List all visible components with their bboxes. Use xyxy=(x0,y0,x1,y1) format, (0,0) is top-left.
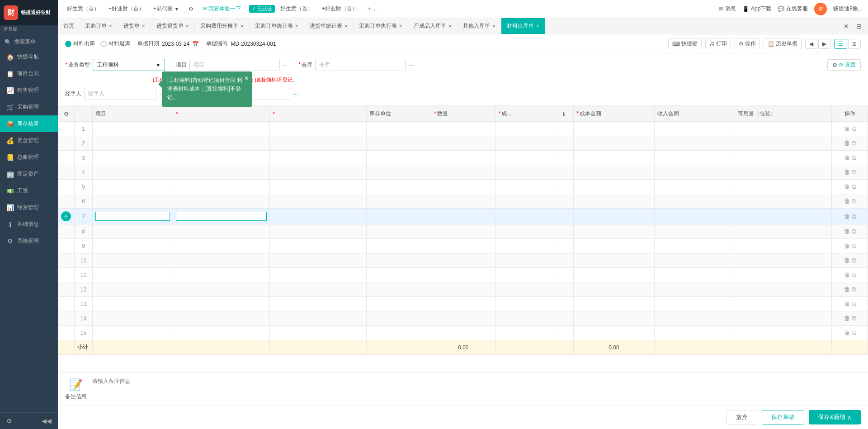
tooltip-close-btn[interactable]: ✕ xyxy=(244,74,249,83)
cell-quantity[interactable] xyxy=(431,136,495,151)
sidebar-item-inventory[interactable]: 📦 库存核算 xyxy=(0,115,58,132)
copy-row-btn[interactable]: ⧉ xyxy=(852,125,856,132)
cell-cost-amount[interactable] xyxy=(574,311,654,326)
sidebar-item-basic-info[interactable]: ℹ 基础信息 xyxy=(0,216,58,233)
table-row[interactable]: 4🗑⧉ xyxy=(58,165,868,180)
delete-row-btn[interactable]: 🗑 xyxy=(844,329,850,336)
cell-cost[interactable] xyxy=(495,268,560,282)
cell-item-name[interactable] xyxy=(270,297,367,311)
income-contract-dots[interactable]: ··· xyxy=(293,91,298,98)
cell-available-qty[interactable] xyxy=(735,282,831,297)
cell-cost[interactable] xyxy=(495,165,560,180)
table-row[interactable]: 3🗑⧉ xyxy=(58,151,868,165)
cell-item-name[interactable] xyxy=(270,239,367,253)
cell-cost[interactable] xyxy=(495,282,560,297)
operation-btn[interactable]: ⚙ 操作 xyxy=(735,38,760,49)
cell-info[interactable] xyxy=(560,194,574,209)
sidebar-item-finance[interactable]: 💰 资金管理 xyxy=(0,132,58,149)
sidebar-item-ledger[interactable]: 📒 总账管理 xyxy=(0,149,58,166)
tab-incoming-stat[interactable]: 进货单统计表 ✕ xyxy=(304,18,354,34)
cell-item-name[interactable] xyxy=(270,165,367,180)
cell-item-name[interactable] xyxy=(270,180,367,194)
tab-close-return[interactable]: ✕ xyxy=(185,24,189,29)
sidebar-item-salary[interactable]: 💵 工资 xyxy=(0,182,58,199)
copy-row-btn[interactable]: ⧉ xyxy=(852,213,856,220)
cell-info[interactable] xyxy=(560,282,574,297)
cell-cost-amount[interactable] xyxy=(574,122,654,136)
cell-project[interactable] xyxy=(93,165,173,180)
cell-stock-unit[interactable] xyxy=(367,282,431,297)
cell-stock-unit[interactable] xyxy=(367,326,431,340)
tabbar-expand-btn[interactable]: ⊟ xyxy=(854,21,864,32)
cell-item-code[interactable] xyxy=(173,136,270,151)
cell-income-contract[interactable] xyxy=(654,151,735,165)
cell-item-name[interactable] xyxy=(270,326,367,340)
copy-row-btn[interactable]: ⧉ xyxy=(852,168,856,176)
cell-cost-amount[interactable] xyxy=(574,165,654,180)
copy-row-btn[interactable]: ⧉ xyxy=(852,197,856,205)
tab-expense[interactable]: 采购费用分摊单 ✕ xyxy=(195,18,250,34)
cell-available-qty[interactable] xyxy=(735,209,831,224)
cell-income-contract[interactable] xyxy=(654,180,735,194)
tab-purchase-stat[interactable]: 采购订单统计表 ✕ xyxy=(250,18,304,34)
cell-quantity[interactable] xyxy=(431,311,495,326)
cell-stock-unit[interactable] xyxy=(367,209,431,224)
radio-material-return[interactable]: 材料退库 xyxy=(100,40,130,48)
cell-project[interactable] xyxy=(93,282,173,297)
cell-income-contract[interactable] xyxy=(654,209,735,224)
cell-available-qty[interactable] xyxy=(735,180,831,194)
cell-stock-unit[interactable] xyxy=(367,239,431,253)
cell-item-name[interactable] xyxy=(270,311,367,326)
cell-cost[interactable] xyxy=(495,151,560,165)
cell-available-qty[interactable] xyxy=(735,122,831,136)
cell-quantity[interactable] xyxy=(431,326,495,340)
cell-stock-unit[interactable] xyxy=(367,224,431,239)
copy-row-btn[interactable]: ⧉ xyxy=(852,183,856,190)
sidebar-collapse-icon[interactable]: ◀◀ xyxy=(42,417,52,424)
copy-row-btn[interactable]: ⧉ xyxy=(852,300,856,307)
cell-available-qty[interactable] xyxy=(735,165,831,180)
sidebar-settings-icon[interactable]: ⚙ xyxy=(6,417,12,424)
abandon-btn[interactable]: 放弃 xyxy=(726,410,757,424)
cell-available-qty[interactable] xyxy=(735,268,831,282)
cell-cost[interactable] xyxy=(495,311,560,326)
cell-stock-unit[interactable] xyxy=(367,180,431,194)
cell-cost[interactable] xyxy=(495,122,560,136)
cell-cost-amount[interactable] xyxy=(574,268,654,282)
table-row[interactable]: 15🗑⧉ xyxy=(58,326,868,340)
cell-quantity[interactable] xyxy=(431,282,495,297)
table-row[interactable]: 10🗑⧉ xyxy=(58,253,868,268)
user-avatar[interactable]: 财 xyxy=(814,3,827,15)
tab-close-other-in[interactable]: ✕ xyxy=(492,24,495,29)
cell-income-contract[interactable] xyxy=(654,326,735,340)
cell-info[interactable] xyxy=(560,253,574,268)
calendar-icon[interactable]: 📅 xyxy=(192,41,199,47)
delete-row-btn[interactable]: 🗑 xyxy=(844,271,850,278)
cell-item-code[interactable] xyxy=(173,194,270,209)
cell-item-code[interactable] xyxy=(173,151,270,165)
tab-close-product-in[interactable]: ✕ xyxy=(448,24,452,29)
copy-row-btn[interactable]: ⧉ xyxy=(852,329,856,336)
cell-info[interactable] xyxy=(560,165,574,180)
topbar-settings-icon[interactable]: ⚙ xyxy=(185,4,197,14)
tab-incoming[interactable]: 进货单 ✕ xyxy=(118,18,151,34)
cell-cost[interactable] xyxy=(495,180,560,194)
list-view-btn[interactable]: ☰ xyxy=(834,39,847,49)
cell-info[interactable] xyxy=(560,209,574,224)
tab-close-incoming[interactable]: ✕ xyxy=(142,24,145,29)
delete-row-btn[interactable]: 🗑 xyxy=(844,242,850,249)
cell-income-contract[interactable] xyxy=(654,136,735,151)
delete-row-btn[interactable]: 🗑 xyxy=(844,286,850,293)
cell-cost-amount[interactable] xyxy=(574,326,654,340)
cell-cost-amount[interactable] xyxy=(574,180,654,194)
topbar-nav2-more[interactable]: ＋... xyxy=(363,3,380,14)
cell-cost[interactable] xyxy=(495,224,560,239)
save-new-btn[interactable]: 保存&新增 ∧ xyxy=(809,410,861,424)
delete-row-btn[interactable]: 🗑 xyxy=(844,168,850,176)
cell-cost[interactable] xyxy=(495,194,560,209)
delete-row-btn[interactable]: 🗑 xyxy=(844,213,850,220)
cell-available-qty[interactable] xyxy=(735,326,831,340)
cell-income-contract[interactable] xyxy=(654,282,735,297)
cell-info[interactable] xyxy=(560,326,574,340)
cell-project[interactable] xyxy=(93,311,173,326)
